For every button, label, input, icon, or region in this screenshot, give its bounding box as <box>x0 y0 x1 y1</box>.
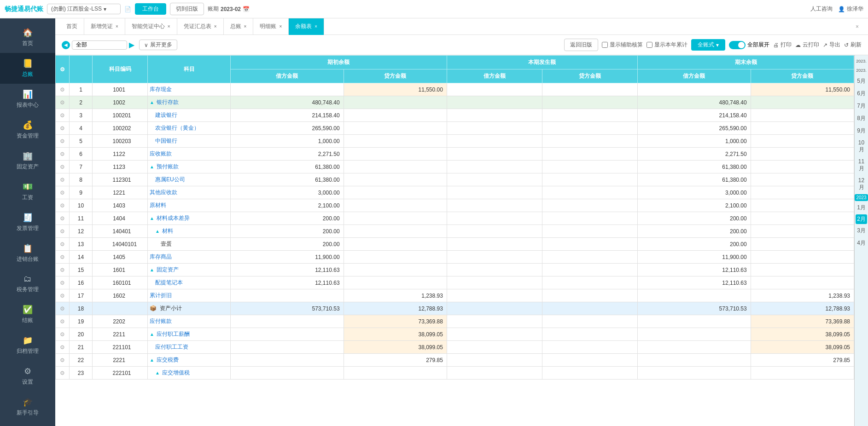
all-style-button[interactable]: 全账式 ▾ <box>691 39 725 51</box>
row-name-2[interactable]: 建设银行 <box>148 109 231 122</box>
row-link-16[interactable]: 累计折旧 <box>150 292 172 299</box>
row-link-7[interactable]: 惠属EU公司 <box>155 176 185 183</box>
row-name-8[interactable]: 其他应收款 <box>148 186 231 199</box>
tab-home[interactable]: 首页 <box>60 18 84 35</box>
row-name-3[interactable]: 农业银行（黄金） <box>148 122 231 135</box>
right-panel-month-11[interactable]: 11月 <box>855 156 868 174</box>
right-panel-month-5[interactable]: 5月 <box>856 75 867 87</box>
tab-smart-center-close[interactable]: × <box>168 24 170 29</box>
row-name-15[interactable]: 配提笔记本 <box>148 276 231 289</box>
export-button[interactable]: ↗ 导出 <box>823 41 840 49</box>
expand-icon-1[interactable]: ▲ <box>150 100 154 105</box>
row-link-20[interactable]: 应付职工工资 <box>155 344 188 350</box>
row-name-10[interactable]: ▲ 材料成本差异 <box>148 212 231 225</box>
cloud-print-button[interactable]: ☁ 云打印 <box>795 41 819 49</box>
row-name-19[interactable]: ▲ 应付职工薪酬 <box>148 328 231 341</box>
right-panel-month-3[interactable]: 3月 <box>856 225 867 236</box>
tab-balance-sheet[interactable]: 余额表 × <box>289 18 324 35</box>
expand-icon-14[interactable]: ▲ <box>150 267 154 272</box>
workbench-button[interactable]: 工作台 <box>135 3 166 15</box>
expand-all-toggle[interactable]: 全部展开 <box>729 41 769 49</box>
calendar-icon[interactable]: 📅 <box>243 6 250 12</box>
right-panel-month-9[interactable]: 9月 <box>856 125 867 137</box>
tab-balance-sheet-close[interactable]: × <box>315 24 317 29</box>
row-link-5[interactable]: 应收账款 <box>150 150 172 157</box>
right-panel-month-10[interactable]: 10月 <box>855 138 868 155</box>
consult-button[interactable]: 人工咨询 <box>810 5 833 13</box>
show-auxiliary-checkbox[interactable]: 显示辅助核算 <box>602 41 643 49</box>
row-link-3[interactable]: 农业银行（黄金） <box>155 125 199 131</box>
right-panel-year-active[interactable]: 2023 <box>855 194 868 201</box>
tab-smart-center[interactable]: 智能凭证中心 × <box>125 18 177 35</box>
return-old-version-button[interactable]: 返回旧版 <box>564 39 598 51</box>
tab-detail-ledger-close[interactable]: × <box>279 24 282 29</box>
row-name-14[interactable]: ▲ 固定资产 <box>148 264 231 276</box>
row-name-21[interactable]: ▲ 应交税费 <box>148 354 231 367</box>
sidebar-item-funds[interactable]: 💰 资金管理 <box>0 115 55 145</box>
right-panel-month-1[interactable]: 1月 <box>856 202 867 213</box>
show-ytd-checkbox[interactable]: 显示本年累计 <box>647 41 687 49</box>
switch-version-button[interactable]: 切到旧版 <box>170 3 204 15</box>
row-link-0[interactable]: 库存现金 <box>150 86 172 92</box>
refresh-button[interactable]: ↺ 刷新 <box>844 41 862 49</box>
right-panel-year-2023a[interactable]: 2023. <box>855 57 868 65</box>
breadcrumb-arrow-icon[interactable]: ▶ <box>129 40 134 49</box>
sidebar-item-guide[interactable]: 🎓 新手引导 <box>0 391 55 422</box>
row-name-6[interactable]: ▲ 预付账款 <box>148 161 231 173</box>
tab-new-voucher-close[interactable]: × <box>116 24 118 29</box>
row-link-19[interactable]: 应付职工薪酬 <box>157 331 190 337</box>
right-panel-month-7[interactable]: 7月 <box>856 100 867 112</box>
row-link-13[interactable]: 库存商品 <box>150 253 172 260</box>
row-link-10[interactable]: 材料成本差异 <box>157 215 190 221</box>
row-name-4[interactable]: 中国银行 <box>148 135 231 148</box>
sidebar-item-ledger[interactable]: 📒 总账 <box>0 53 55 84</box>
right-panel-month-8[interactable]: 8月 <box>856 113 867 124</box>
sidebar-item-invoice[interactable]: 🧾 发票管理 <box>0 207 55 238</box>
row-name-16[interactable]: 累计折旧 <box>148 289 231 302</box>
tab-close-all[interactable]: × <box>851 18 863 35</box>
row-name-13[interactable]: 库存商品 <box>148 251 231 264</box>
sidebar-item-settings[interactable]: ⚙ 设置 <box>0 361 55 391</box>
expand-icon-11[interactable]: ▲ <box>155 229 160 234</box>
auxiliary-checkbox-input[interactable] <box>602 42 608 48</box>
row-link-1[interactable]: 银行存款 <box>157 99 179 105</box>
sidebar-item-home[interactable]: 🏠 首页 <box>0 22 55 53</box>
right-panel-month-12[interactable]: 12月 <box>855 175 868 193</box>
tab-general-ledger-close[interactable]: × <box>244 24 247 29</box>
row-link-8[interactable]: 其他应收款 <box>150 189 177 196</box>
expand-icon-19[interactable]: ▲ <box>150 332 154 337</box>
balance-table-container[interactable]: ⚙ 科目编码 科目 期初余额 本期发生额 期末余额 借方金额 贷方金额 借方金额 <box>55 55 854 426</box>
tab-voucher-summary-close[interactable]: × <box>214 24 217 29</box>
expand-more-button[interactable]: ∨ 展开更多 <box>139 40 177 50</box>
sidebar-item-salary[interactable]: 💵 工资 <box>0 176 55 207</box>
subject-filter-input[interactable] <box>72 40 127 50</box>
expand-icon-21[interactable]: ▲ <box>150 357 154 363</box>
row-link-14[interactable]: 固定资产 <box>157 266 179 273</box>
row-name-7[interactable]: 惠属EU公司 <box>148 173 231 186</box>
sidebar-item-vip[interactable]: V 畅会员 <box>0 422 55 426</box>
row-name-9[interactable]: 原材料 <box>148 199 231 212</box>
tab-new-voucher[interactable]: 新增凭证 × <box>84 18 125 35</box>
row-name-22[interactable]: ▲ 应交增值税 <box>148 367 231 380</box>
row-name-1[interactable]: ▲ 银行存款 <box>148 96 231 109</box>
row-name-20[interactable]: 应付职工工资 <box>148 341 231 354</box>
row-name-5[interactable]: 应收账款 <box>148 148 231 161</box>
row-name-0[interactable]: 库存现金 <box>148 83 231 96</box>
sidebar-item-close[interactable]: ✅ 结账 <box>0 299 55 330</box>
tab-general-ledger[interactable]: 总账 × <box>224 18 254 35</box>
right-panel-month-4[interactable]: 4月 <box>856 237 867 249</box>
row-link-4[interactable]: 中国银行 <box>155 138 177 144</box>
row-link-9[interactable]: 原材料 <box>150 202 166 208</box>
expand-icon-6[interactable]: ▲ <box>150 164 154 169</box>
row-link-22[interactable]: 应交增值税 <box>162 369 190 376</box>
right-panel-year-2023b[interactable]: 2023. <box>855 66 868 75</box>
row-name-11[interactable]: ▲ 材料 <box>148 225 231 238</box>
company-selector[interactable]: (勿删) 江西股金-LSS ▾ <box>47 4 121 14</box>
row-link-6[interactable]: 预付账款 <box>157 163 179 170</box>
row-link-21[interactable]: 应交税费 <box>157 357 179 363</box>
expand-icon-22[interactable]: ▲ <box>155 370 160 375</box>
ytd-checkbox-input[interactable] <box>647 42 652 48</box>
tab-detail-ledger[interactable]: 明细账 × <box>253 18 289 35</box>
sidebar-item-tax[interactable]: 🗂 税务管理 <box>0 269 55 299</box>
row-name-18[interactable]: 应付账款 <box>148 315 231 328</box>
